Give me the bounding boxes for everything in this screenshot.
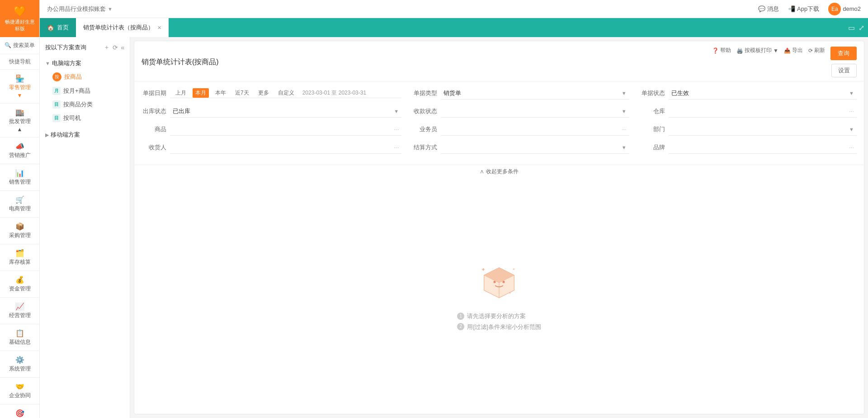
print-chevron: ▼ [773,48,778,54]
dept-label: 部门 [640,125,665,133]
doc-status-select[interactable]: 已生效 ▼ [669,87,857,100]
date-btn-custom[interactable]: 自定义 [275,88,297,98]
desktop-group-header[interactable]: ▼ 电脑端方案 [40,57,130,70]
add-plan-icon[interactable]: ＋ [104,43,110,52]
recv-status-select[interactable]: ▼ [441,105,629,118]
marketing-label: 营销推广 [9,152,31,159]
sidebar-item-enterprise[interactable]: 🤝 企业协同 [0,378,39,404]
tree-item-by-month-product[interactable]: 月 按月+商品 [40,84,130,98]
app-download-icon: 📲 [788,5,795,12]
tree-group-desktop: ▼ 电脑端方案 按 按商品 月 按月+商品 目 按商品分类 目 按司机 [40,55,130,127]
page-title-bar: 销货单统计计表(按商品) ❓ 帮助 🖨️ 按模板打印 ▼ � [134,41,864,81]
settings-button[interactable]: 设置 [831,64,857,77]
collapse-row[interactable]: ∧ 收起更多条件 [134,165,864,178]
help-action[interactable]: ❓ 帮助 [712,47,731,54]
retail-chevron: ▼ [17,92,23,99]
enterprise-label: 企业协同 [9,392,31,399]
salesperson-label: 业务员 [412,125,437,133]
app-download-label: App下载 [797,5,819,13]
dept-chevron: ▼ [849,127,854,132]
sidebar-item-finance[interactable]: 💰 资金管理 [0,271,39,298]
user-action[interactable]: Ea demo2 [828,3,861,15]
date-btn-this-month[interactable]: 本月 [193,88,209,98]
sidebar-item-ecommerce[interactable]: 🛒 电商管理 [0,191,39,218]
refresh-action[interactable]: ⟳ 刷新 [808,47,825,54]
dept-select[interactable]: ▼ [669,123,857,136]
out-status-chevron: ▼ [394,109,399,114]
collapse-panel-icon[interactable]: « [121,44,124,51]
message-icon: 💬 [758,5,765,12]
product-select[interactable]: ··· [170,123,401,136]
filter-area: 单据日期 上月 本月 本年 近7天 更多 自定义 2023-03-01 至 20… [134,81,864,165]
warehouse-select[interactable]: ··· [669,105,857,118]
sidebar: 🧡 畅捷通好生意 标版 🔍 搜索菜单 快捷导航 🏪 零售管理 ▼ 🏬 批发管理 … [0,0,40,418]
sidebar-item-purchase[interactable]: 📦 采购管理 [0,218,39,244]
date-btn-7days[interactable]: 近7天 [232,88,252,98]
filter-dept: 部门 ▼ [640,123,857,136]
tree-item-by-product[interactable]: 按 按商品 [40,70,130,84]
query-button[interactable]: 查询 [830,47,857,60]
left-panel-title: 按以下方案查询 [45,43,86,52]
print-action[interactable]: 🖨️ 按模板打印 ▼ [736,47,778,54]
refresh-plan-icon[interactable]: ⟳ [113,44,118,51]
receiver-label: 收货人 [142,143,166,152]
basic-label: 基础信息 [9,338,31,346]
date-btn-this-year[interactable]: 本年 [212,88,229,98]
tab-close-icon[interactable]: ✕ [157,25,161,31]
tab-sales-stats[interactable]: 销货单统计计表（按商品） ✕ [76,18,169,37]
quick-nav[interactable]: 快捷导航 [0,54,39,70]
filter-row-4: 收货人 ··· 结算方式 ▼ 品牌 [142,141,857,154]
salesperson-dots: ··· [622,126,627,133]
warehouse-dots: ··· [849,108,854,114]
date-range: 2023-03-01 至 2023-03-31 [302,89,366,97]
print-icon: 🖨️ [736,48,743,54]
tab-home[interactable]: 🏠 首页 [40,18,76,37]
mobile-group-chevron: ▶ [45,132,49,138]
operations-label: 经营管理 [9,312,31,319]
wholesale-chevron: ▲ [17,126,23,133]
sidebar-item-inventory[interactable]: 🗂️ 库存核算 [0,244,39,271]
sidebar-item-newbie[interactable]: 🎯 新手引导 [0,404,39,418]
right-actions-col: 查询 设置 [830,47,857,77]
export-action[interactable]: 📤 导出 [784,47,803,54]
sidebar-item-retail[interactable]: 🏪 零售管理 ▼ [0,70,39,104]
sidebar-item-marketing[interactable]: 📣 营销推广 [0,138,39,164]
date-btn-last-month[interactable]: 上月 [173,88,189,98]
sidebar-item-basic[interactable]: 📋 基础信息 [0,324,39,351]
sidebar-item-sales[interactable]: 📊 销售管理 [0,164,39,191]
purchase-label: 采购管理 [9,232,31,239]
home-label: 首页 [57,24,69,32]
breadcrumb: 办公用品行业模拟账套 ▼ [47,5,758,13]
right-content: 销货单统计计表(按商品) ❓ 帮助 🖨️ 按模板打印 ▼ � [134,41,864,414]
message-action[interactable]: 💬 消息 [758,5,779,13]
date-btn-more[interactable]: 更多 [255,88,272,98]
search-menu[interactable]: 🔍 搜索菜单 [0,37,39,54]
collapse-label: 收起更多条件 [486,168,519,175]
tip-1-num: 1 [457,313,464,320]
export-icon: 📤 [784,48,791,54]
avatar: Ea [828,3,841,15]
filter-out-status: 出库状态 已出库 ▼ [142,105,401,118]
tree-item-by-printer[interactable]: 目 按司机 [40,111,130,125]
warehouse-label: 仓库 [640,107,665,115]
app-logo[interactable]: 🧡 畅捷通好生意 标版 [0,0,39,37]
desktop-group-label: 电脑端方案 [52,59,81,67]
tree-item-by-category[interactable]: 目 按商品分类 [40,98,130,111]
tab-expand-icon[interactable]: ⤢ [859,24,864,32]
mobile-group-header[interactable]: ▶ 移动端方案 [40,128,130,141]
doc-type-value: 销货单 [443,89,461,97]
sidebar-item-operations[interactable]: 📈 经营管理 [0,298,39,324]
out-status-select[interactable]: 已出库 ▼ [170,105,401,118]
payment-select[interactable]: ▼ [441,141,629,154]
receiver-select[interactable]: ··· [170,141,401,154]
sidebar-item-wholesale[interactable]: 🏬 批发管理 ▲ [0,104,39,138]
app-download-action[interactable]: 📲 App下载 [788,5,819,13]
salesperson-select[interactable]: ··· [441,123,629,136]
doc-type-select[interactable]: 销货单 ▼ [441,87,629,100]
by-category-label: 按商品分类 [63,100,93,109]
tab-minimize-icon[interactable]: ▭ [848,24,855,32]
brand-select[interactable]: ··· [669,141,857,154]
product-dots: ··· [394,126,399,133]
sidebar-item-system[interactable]: ⚙️ 系统管理 [0,351,39,378]
empty-state: ✦ ✦ ✦ 1 请先选择要分析的方案 2 用[过滤]条件来缩小分析范围 [134,178,864,414]
